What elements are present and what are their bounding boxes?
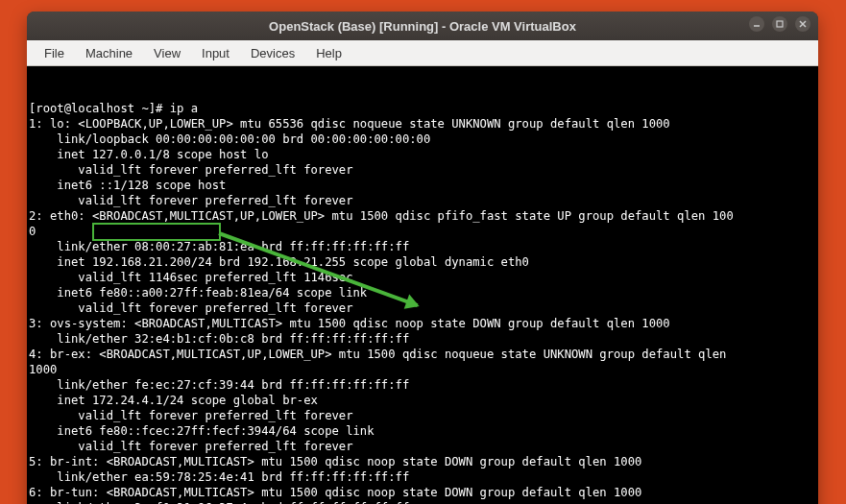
- vm-window: OpenStack (Base) [Running] - Oracle VM V…: [27, 12, 818, 504]
- menu-devices[interactable]: Devices: [241, 43, 304, 63]
- menu-file[interactable]: File: [35, 43, 74, 63]
- titlebar[interactable]: OpenStack (Base) [Running] - Oracle VM V…: [27, 12, 818, 40]
- terminal-output: [root@localhost ~]# ip a 1: lo: <LOOPBAC…: [29, 101, 816, 504]
- terminal[interactable]: [root@localhost ~]# ip a 1: lo: <LOOPBAC…: [27, 66, 818, 504]
- close-icon[interactable]: [795, 16, 810, 32]
- window-title: OpenStack (Base) [Running] - Oracle VM V…: [27, 19, 818, 34]
- menu-input[interactable]: Input: [192, 43, 239, 63]
- maximize-icon[interactable]: [772, 16, 787, 32]
- menu-view[interactable]: View: [144, 43, 190, 63]
- svg-rect-1: [777, 21, 783, 27]
- menubar: File Machine View Input Devices Help: [27, 40, 818, 66]
- menu-help[interactable]: Help: [306, 43, 351, 63]
- window-controls: [749, 16, 810, 32]
- minimize-icon[interactable]: [749, 16, 764, 32]
- menu-machine[interactable]: Machine: [76, 43, 142, 63]
